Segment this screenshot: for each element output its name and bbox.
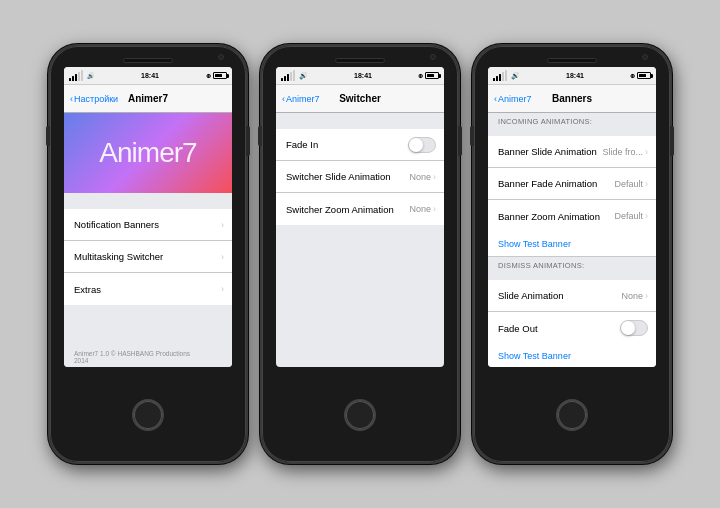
dismiss-list: Slide Animation None › Fade Out bbox=[488, 280, 656, 344]
switcher-zoom-label: Switcher Zoom Animation bbox=[286, 204, 394, 215]
battery-icon bbox=[213, 72, 227, 79]
chevron-icon: › bbox=[221, 284, 224, 294]
chevron-icon: › bbox=[645, 147, 648, 157]
banner-fade-item[interactable]: Banner Fade Animation Default › bbox=[488, 168, 656, 200]
incoming-section-header: INCOMING ANIMATIONS: bbox=[488, 113, 656, 128]
carrier-label: 🔊 bbox=[87, 72, 94, 79]
dismiss-section-header: DISMISS ANIMATIONS: bbox=[488, 257, 656, 272]
battery-icon-3 bbox=[637, 72, 651, 79]
chevron-icon: › bbox=[433, 172, 436, 182]
speaker-3 bbox=[547, 58, 597, 63]
chevron-icon: › bbox=[645, 291, 648, 301]
hero-banner: Animer7 bbox=[64, 113, 232, 193]
nav-bar-3: ‹ Animer7 Banners bbox=[488, 85, 656, 113]
nav-bar-2: ‹ Animer7 Switcher bbox=[276, 85, 444, 113]
status-bar-2: 🔊 18:41 ⊕ bbox=[276, 67, 444, 85]
item-label: Notification Banners bbox=[74, 219, 159, 230]
location-icon: ⊕ bbox=[206, 72, 211, 79]
signal-icon-2 bbox=[281, 70, 295, 81]
nav-title-1: Animer7 bbox=[128, 93, 168, 104]
home-button-2[interactable] bbox=[344, 399, 376, 431]
switcher-slide-value: None bbox=[409, 172, 431, 182]
show-test-banner-1[interactable]: Show Test Banner bbox=[488, 232, 656, 257]
footer-text: Animer7 1.0 © HASHBANG Productions 2014 bbox=[64, 345, 232, 367]
side-button-right-3 bbox=[670, 126, 674, 156]
banner-slide-value: Slide fro... bbox=[602, 147, 643, 157]
screen-2: 🔊 18:41 ⊕ ‹ Animer7 Switcher bbox=[276, 67, 444, 367]
phone-bottom-2 bbox=[344, 367, 376, 462]
nav-title-3: Banners bbox=[552, 93, 592, 104]
phone-bottom-1 bbox=[132, 367, 164, 462]
time-label-3: 18:41 bbox=[566, 72, 584, 79]
status-bar-1: 🔊 18:41 ⊕ bbox=[64, 67, 232, 85]
list-item-multitasking-switcher[interactable]: Multitasking Switcher › bbox=[64, 241, 232, 273]
phone-bottom-3 bbox=[556, 367, 588, 462]
phone-2: 🔊 18:41 ⊕ ‹ Animer7 Switcher bbox=[260, 44, 460, 464]
switcher-zoom-value: None bbox=[409, 204, 431, 214]
chevron-icon: › bbox=[645, 179, 648, 189]
status-bar-3: 🔊 18:41 ⊕ bbox=[488, 67, 656, 85]
side-button-right-2 bbox=[458, 126, 462, 156]
item-label: Extras bbox=[74, 284, 101, 295]
side-button-left bbox=[46, 126, 50, 146]
list-item-notification-banners[interactable]: Notification Banners › bbox=[64, 209, 232, 241]
switcher-slide-label: Switcher Slide Animation bbox=[286, 171, 391, 182]
back-button-3[interactable]: ‹ Animer7 bbox=[494, 94, 532, 104]
switcher-list: Fade In Switcher Slide Animation None › … bbox=[276, 129, 444, 225]
chevron-icon: › bbox=[221, 220, 224, 230]
time-label-2: 18:41 bbox=[354, 72, 372, 79]
time-label: 18:41 bbox=[141, 72, 159, 79]
banner-fade-label: Banner Fade Animation bbox=[498, 178, 597, 189]
switcher-slide-item[interactable]: Switcher Slide Animation None › bbox=[276, 161, 444, 193]
banner-slide-label: Banner Slide Animation bbox=[498, 146, 597, 157]
nav-title-2: Switcher bbox=[339, 93, 381, 104]
list-item-extras[interactable]: Extras › bbox=[64, 273, 232, 305]
signal-icon bbox=[69, 70, 83, 81]
fade-in-label: Fade In bbox=[286, 139, 318, 150]
screen-1: 🔊 18:41 ⊕ ‹ Настройки Animer7 bbox=[64, 67, 232, 367]
location-icon-3: ⊕ bbox=[630, 72, 635, 79]
speaker-2 bbox=[335, 58, 385, 63]
phone-1: 🔊 18:41 ⊕ ‹ Настройки Animer7 bbox=[48, 44, 248, 464]
slide-animation-label: Slide Animation bbox=[498, 290, 563, 301]
show-test-banner-2[interactable]: Show Test Banner bbox=[488, 344, 656, 367]
location-icon-2: ⊕ bbox=[418, 72, 423, 79]
camera bbox=[218, 54, 224, 60]
side-button-left-3 bbox=[470, 126, 474, 146]
menu-list-1: Notification Banners › Multitasking Swit… bbox=[64, 209, 232, 305]
wifi-icon-3: 🔊 bbox=[511, 72, 520, 80]
hero-text: Animer7 bbox=[99, 137, 196, 169]
fade-out-item[interactable]: Fade Out bbox=[488, 312, 656, 344]
nav-bar-1: ‹ Настройки Animer7 bbox=[64, 85, 232, 113]
speaker bbox=[123, 58, 173, 63]
camera-3 bbox=[642, 54, 648, 60]
fade-out-label: Fade Out bbox=[498, 323, 538, 334]
back-button-1[interactable]: ‹ Настройки bbox=[70, 94, 118, 104]
banner-fade-value: Default bbox=[614, 179, 643, 189]
battery-icon-2 bbox=[425, 72, 439, 79]
phone-3: 🔊 18:41 ⊕ ‹ Animer7 Banners bbox=[472, 44, 672, 464]
back-button-2[interactable]: ‹ Animer7 bbox=[282, 94, 320, 104]
wifi-icon-2: 🔊 bbox=[299, 72, 308, 80]
camera-2 bbox=[430, 54, 436, 60]
side-button-left-2 bbox=[258, 126, 262, 146]
side-button-right bbox=[246, 126, 250, 156]
banner-zoom-item[interactable]: Banner Zoom Animation Default › bbox=[488, 200, 656, 232]
chevron-icon: › bbox=[433, 204, 436, 214]
banner-zoom-label: Banner Zoom Animation bbox=[498, 211, 600, 222]
screen-3: 🔊 18:41 ⊕ ‹ Animer7 Banners bbox=[488, 67, 656, 367]
slide-animation-value: None bbox=[621, 291, 643, 301]
chevron-icon: › bbox=[221, 252, 224, 262]
banner-slide-item[interactable]: Banner Slide Animation Slide fro... › bbox=[488, 136, 656, 168]
phones-container: 🔊 18:41 ⊕ ‹ Настройки Animer7 bbox=[38, 34, 682, 474]
switcher-zoom-item[interactable]: Switcher Zoom Animation None › bbox=[276, 193, 444, 225]
fade-in-item[interactable]: Fade In bbox=[276, 129, 444, 161]
home-button-3[interactable] bbox=[556, 399, 588, 431]
slide-animation-item[interactable]: Slide Animation None › bbox=[488, 280, 656, 312]
incoming-list: Banner Slide Animation Slide fro... › Ba… bbox=[488, 136, 656, 232]
fade-in-toggle[interactable] bbox=[408, 137, 436, 153]
fade-out-toggle[interactable] bbox=[620, 320, 648, 336]
signal-icon-3 bbox=[493, 70, 507, 81]
banner-zoom-value: Default bbox=[614, 211, 643, 221]
home-button-1[interactable] bbox=[132, 399, 164, 431]
